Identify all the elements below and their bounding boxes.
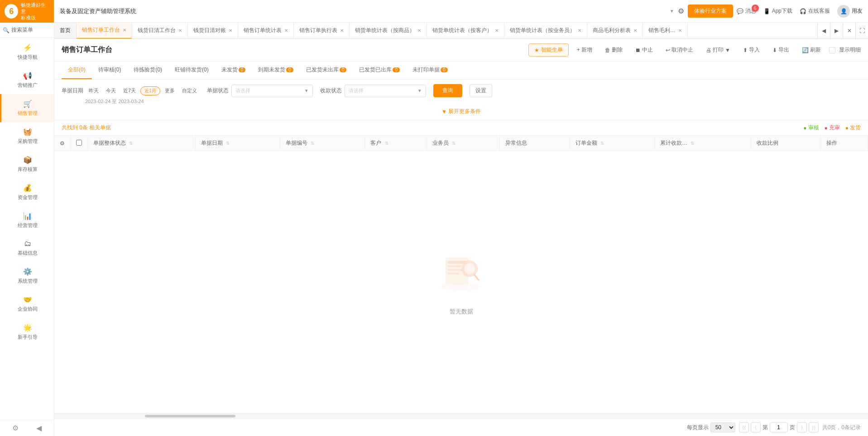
sort-status-icon[interactable]: ⇅ <box>129 141 133 146</box>
date-btn-7days[interactable]: 近7天 <box>120 86 139 95</box>
select-all-checkbox[interactable] <box>76 140 82 146</box>
sidebar-item-quick-nav[interactable]: ⚡ 快捷导航 <box>0 38 54 66</box>
stop-button[interactable]: ⏹ 中止 <box>631 44 657 56</box>
smart-create-button[interactable]: ★ 智能生单 <box>528 43 569 57</box>
filter-tab-all[interactable]: 全部(0) <box>62 62 92 79</box>
tab-close-sales-by-goods[interactable]: ✕ <box>417 28 421 33</box>
filter-tab-not-shipped[interactable]: 未发货0 <box>215 62 252 79</box>
sidebar-item-operations[interactable]: 📊 经营管理 <box>0 206 54 234</box>
batch-deliver-link[interactable]: ● 发货 <box>845 124 861 132</box>
page-number-input[interactable] <box>770 422 788 432</box>
sidebar-item-finance[interactable]: 💰 资金管理 <box>0 178 54 206</box>
filter-tab-wangpu-ship[interactable]: 旺铺待发货(0) <box>168 62 215 79</box>
sort-number-icon[interactable]: ⇅ <box>311 141 314 146</box>
filter-tab-shipped-warehoused[interactable]: 已发货已出库0 <box>353 62 406 79</box>
filter-tab-pending-inspect[interactable]: 待拣验货(0) <box>127 62 168 79</box>
sidebar-item-guide[interactable]: 🌟 新手引导 <box>0 318 54 346</box>
col-number: 单据编号 ⇅ <box>280 136 365 151</box>
date-btn-custom[interactable]: 自定义 <box>179 86 200 95</box>
filter-tab-overdue-ship[interactable]: 到期未发货0 <box>252 62 300 79</box>
message-icon: 💬 <box>737 8 743 14</box>
refresh-button[interactable]: 🔄 刷新 <box>797 44 825 56</box>
page-last-btn[interactable]: ⟩⟩ <box>809 422 819 432</box>
tab-scroll-right[interactable]: ▶ <box>830 23 843 39</box>
tab-fullscreen[interactable]: ⛶ <box>855 23 868 39</box>
delete-button[interactable]: 🗑 删除 <box>600 44 627 56</box>
user-menu[interactable]: 👤 用友 <box>837 5 863 18</box>
tab-sales-by-staff[interactable]: 销货单统计表（按业务员） ✕ <box>504 23 587 39</box>
sidebar-item-enterprise[interactable]: 🤝 企业协同 <box>0 290 54 318</box>
sort-staff-icon[interactable]: ⇅ <box>452 141 456 146</box>
tab-close-cash-daily[interactable]: ✕ <box>178 28 182 33</box>
page-prev-btn[interactable]: ⟨ <box>751 422 761 432</box>
sort-received-icon[interactable]: ⇅ <box>691 141 694 146</box>
add-button[interactable]: + 新增 <box>572 44 597 56</box>
collapse-icon[interactable]: ◀ <box>36 424 42 432</box>
scrollbar-thumb[interactable] <box>145 415 235 417</box>
sort-date-icon[interactable]: ⇅ <box>226 141 230 146</box>
online-service-item[interactable]: 🎧 在线客服 <box>800 7 830 15</box>
tab-sales-gross[interactable]: 销售毛利… ✕ <box>643 23 688 39</box>
import-button[interactable]: ⬆ 导入 <box>739 44 764 56</box>
display-detail-checkbox[interactable] <box>829 47 835 53</box>
tab-sales-exec[interactable]: 销售订单执行表 ✕ <box>294 23 350 39</box>
date-btn-yesterday[interactable]: 昨天 <box>86 86 101 95</box>
tab-close-all[interactable]: ✕ <box>843 23 855 39</box>
app-download-item[interactable]: 📱 App下载 <box>763 7 792 15</box>
batch-cancel-link[interactable]: ● 充审 <box>825 124 840 132</box>
payment-select[interactable]: 请选择 ▼ <box>345 85 426 97</box>
import-icon: ⬆ <box>743 47 748 53</box>
tab-gross-profit[interactable]: 商品毛利分析表 ✕ <box>587 23 643 39</box>
col-ratio: 收款比例 <box>751 136 821 151</box>
sidebar-search[interactable]: 🔍 搜索菜单 <box>0 23 54 38</box>
tab-close-sales-by-customer[interactable]: ✕ <box>495 28 499 33</box>
tab-close-sales-exec[interactable]: ✕ <box>340 28 344 33</box>
page-next-btn[interactable]: ⟩ <box>797 422 807 432</box>
filter-tab-shipped-not-warehoused[interactable]: 已发货未出库0 <box>300 62 353 79</box>
sidebar-item-sales[interactable]: 🛒 销售管理 <box>0 94 54 122</box>
query-button[interactable]: 查询 <box>433 84 462 97</box>
tab-close-cash-reconcile[interactable]: ✕ <box>229 28 232 33</box>
sort-customer-icon[interactable]: ⇅ <box>385 141 388 146</box>
col-settings-icon[interactable]: ⚙ <box>60 140 65 147</box>
delete-icon: 🗑 <box>605 47 610 53</box>
batch-audit-link[interactable]: ● 审核 <box>803 124 819 132</box>
tab-sales-stats[interactable]: 销售订单统计表 ✕ <box>238 23 294 39</box>
filter-tab-not-printed[interactable]: 未打印单据0 <box>406 62 454 79</box>
filter-tab-pending-review[interactable]: 待审核(0) <box>92 62 128 79</box>
tab-cash-daily[interactable]: 钱货日清工作台 ✕ <box>132 23 188 39</box>
tab-cash-reconcile[interactable]: 钱货日清对账 ✕ <box>188 23 238 39</box>
topbar-settings-icon[interactable]: ⚙ <box>678 7 684 15</box>
tab-scroll-left[interactable]: ◀ <box>817 23 830 39</box>
solution-button[interactable]: 体验行业方案 <box>688 5 733 18</box>
tab-close-gross-profit[interactable]: ✕ <box>633 28 637 33</box>
messages-item[interactable]: 💬 消息 6 <box>737 7 756 15</box>
print-button[interactable]: 🖨 打印 ▼ <box>701 44 735 56</box>
export-button[interactable]: ⬇ 导出 <box>768 44 794 56</box>
sidebar-item-purchase[interactable]: 🧺 采购管理 <box>0 122 54 150</box>
expand-more-btn[interactable]: ▼ 展开更多条件 <box>441 108 481 115</box>
status-select[interactable]: 请选择 ▼ <box>231 85 313 97</box>
sidebar-item-inventory[interactable]: 📦 库存核算 <box>0 150 54 178</box>
sort-amount-icon[interactable]: ⇅ <box>600 141 604 146</box>
tab-close-sales-by-staff[interactable]: ✕ <box>578 28 581 33</box>
tab-home[interactable]: 首页 <box>54 23 77 39</box>
search-settings-button[interactable]: 设置 <box>470 84 492 97</box>
tab-sales-by-goods[interactable]: 销货单统计表（按商品） ✕ <box>350 23 427 39</box>
sidebar-item-system[interactable]: ⚙️ 系统管理 <box>0 262 54 290</box>
horizontal-scrollbar[interactable] <box>54 413 868 418</box>
tab-close-sales-stats[interactable]: ✕ <box>284 28 288 33</box>
date-btn-more[interactable]: 更多 <box>162 86 177 95</box>
tab-sales-by-customer[interactable]: 销货单统计表（按客户） ✕ <box>427 23 504 39</box>
tab-close-sales-workbench[interactable]: ✕ <box>123 28 126 33</box>
settings-bottom-icon[interactable]: ⚙ <box>12 424 19 432</box>
page-first-btn[interactable]: ⟨⟨ <box>739 422 749 432</box>
date-btn-1month[interactable]: 近1月 <box>140 86 160 95</box>
tab-sales-workbench[interactable]: 销售订单工作台 ✕ <box>77 23 132 39</box>
page-size-select[interactable]: 50 100 200 <box>710 422 735 432</box>
date-btn-today[interactable]: 今天 <box>103 86 119 95</box>
cancel-stop-button[interactable]: ↩ 取消中止 <box>661 44 698 56</box>
tab-close-sales-gross[interactable]: ✕ <box>678 28 682 33</box>
sidebar-item-basic[interactable]: 🗂 基础信息 <box>0 234 54 262</box>
sidebar-item-marketing[interactable]: 📢 营销推广 <box>0 66 54 94</box>
